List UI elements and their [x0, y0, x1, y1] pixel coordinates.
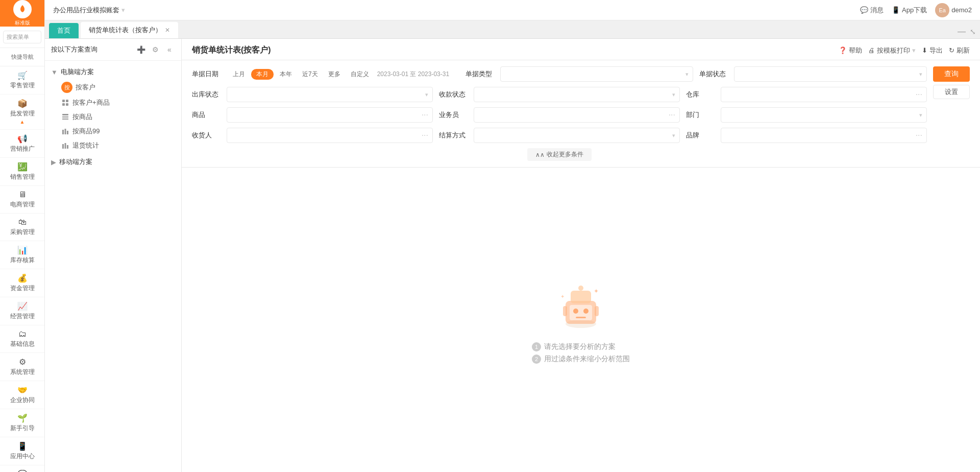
department-select[interactable]: ▾ [721, 107, 927, 123]
empty-hint-1: 1 请先选择要分析的方案 [532, 342, 630, 351]
avatar: Ea [935, 3, 949, 17]
sidebar-item-ecommerce[interactable]: 🖥 电商管理 [0, 186, 44, 214]
sidebar-item-inventory[interactable]: 📊 库存核算 [0, 241, 44, 269]
search-menu-button[interactable]: 搜索菜单 [3, 31, 41, 43]
left-panel-title: 按以下方案查询 [51, 45, 97, 54]
warehouse-input[interactable]: ··· [721, 87, 927, 102]
sidebar-item-finance[interactable]: 💰 资金管理 [0, 269, 44, 297]
receipt-status-select[interactable]: ▾ [474, 87, 680, 102]
order-status-select[interactable]: ▾ [734, 66, 927, 82]
tab-sales-stats[interactable]: 销货单统计表（按客户） ✕ [81, 22, 178, 38]
out-status-select[interactable]: ▾ [227, 87, 433, 102]
sidebar-item-label: 基础信息 [2, 340, 42, 348]
sidebar-item-sales[interactable]: 💹 销售管理 [0, 158, 44, 186]
sidebar-item-retail[interactable]: 🛒 零售管理 [0, 66, 44, 95]
date-custom-btn[interactable]: 自定义 [347, 69, 373, 80]
settings-scheme-button[interactable]: ⚙ [150, 44, 161, 55]
tree-item-by-product99[interactable]: 按商品99 [45, 124, 181, 138]
tab-minimize-icon[interactable]: — [958, 27, 966, 36]
sidebar-item-label: 采购管理 [2, 228, 42, 237]
template-print-label: 按模板打印 [877, 46, 910, 55]
sidebar-item-label: 应用中心 [2, 452, 42, 461]
help-button[interactable]: ❓ 帮助 [839, 46, 862, 55]
warehouse-dots-icon: ··· [916, 90, 922, 99]
return-icon [61, 141, 69, 150]
order-status-arrow-icon: ▾ [919, 71, 922, 78]
svg-rect-10 [67, 131, 68, 134]
svg-point-0 [21, 9, 24, 12]
svg-rect-3 [62, 103, 65, 106]
sidebar-item-appcenter[interactable]: 📱 应用中心 [0, 437, 44, 465]
svg-rect-21 [595, 306, 599, 316]
app-download-button[interactable]: 📱 App下载 [892, 6, 927, 15]
topnav-left: 办公用品行业模拟账套 ▾ [53, 6, 125, 15]
tab-sales-label: 销货单统计表（按客户） [89, 26, 162, 35]
tree-item-by-customer-product[interactable]: 按客户+商品 [45, 96, 181, 110]
user-menu[interactable]: Ea demo2 [935, 3, 972, 17]
message-button[interactable]: 💬 消息 [860, 6, 884, 15]
settlement-label: 结算方式 [439, 131, 470, 140]
collapse-button[interactable]: ∧∧ 收起更多条件 [527, 148, 592, 161]
tree-section-desktop[interactable]: ▼ 电脑端方案 [45, 65, 181, 79]
sidebar-item-operations[interactable]: 📈 经营管理 [0, 297, 44, 325]
refresh-button[interactable]: ↻ 刷新 [949, 46, 970, 55]
tab-expand-icon[interactable]: ⤡ [970, 28, 976, 36]
by-customer-product-label: 按客户+商品 [72, 98, 110, 107]
sidebar-item-purchase[interactable]: 🛍 采购管理 [0, 214, 44, 241]
by-product99-label: 按商品99 [72, 127, 100, 136]
topnav-right: 💬 消息 📱 App下载 Ea demo2 [860, 3, 972, 17]
query-button[interactable]: 查询 [933, 66, 970, 82]
tree-item-by-product[interactable]: 按商品 [45, 110, 181, 124]
marketing-icon: 📢 [2, 134, 42, 144]
order-type-select[interactable]: ▾ [500, 66, 693, 82]
template-print-button[interactable]: 🖨 按模板打印 ▾ [868, 46, 916, 55]
by-customer-label: 按客户 [76, 83, 95, 92]
tree-item-by-customer[interactable]: 按 按客户 [45, 79, 181, 96]
consignee-input[interactable]: ··· [227, 128, 433, 143]
collapse-panel-button[interactable]: « [164, 44, 175, 55]
tab-close-icon[interactable]: ✕ [165, 27, 170, 34]
sidebar-item-label: 库存核算 [2, 256, 42, 265]
sidebar-item-marketing[interactable]: 📢 营销推广 [0, 130, 44, 158]
product-input[interactable]: ··· [227, 107, 433, 123]
filter-row-2: 出库状态 ▾ 收款状态 ▾ [192, 87, 927, 102]
sidebar-item-enterprise[interactable]: 🤝 企业协同 [0, 381, 44, 409]
account-selector[interactable]: 办公用品行业模拟账套 ▾ [53, 6, 125, 15]
sidebar-item-system[interactable]: ⚙ 系统管理 [0, 353, 44, 381]
date-more-btn[interactable]: 更多 [324, 69, 345, 80]
tree-mobile-label: 移动端方案 [59, 157, 92, 167]
add-scheme-button[interactable]: ➕ [135, 44, 146, 55]
left-panel-actions: ➕ ⚙ « [135, 44, 175, 55]
basic-icon: 🗂 [2, 329, 42, 339]
tree-section-mobile[interactable]: ▶ 移动端方案 [45, 155, 181, 169]
tab-home[interactable]: 首页 [49, 23, 79, 38]
sidebar-item-wechat[interactable]: 💬 企业微信 [0, 465, 44, 472]
brand-input[interactable]: ··· [721, 128, 927, 143]
date-prev-month-btn[interactable]: 上月 [229, 69, 249, 80]
settings-button[interactable]: 设置 [933, 85, 970, 99]
svg-rect-8 [62, 130, 64, 134]
export-button[interactable]: ⬇ 导出 [922, 46, 943, 55]
sidebar-item-basic[interactable]: 🗂 基础信息 [0, 325, 44, 353]
receipt-status-label: 收款状态 [439, 90, 470, 99]
brand-dots-icon: ··· [916, 131, 922, 140]
wholesale-icon: 📦 [2, 99, 42, 108]
sidebar-item-label: 资金管理 [2, 284, 42, 293]
date-group: 上月 本月 本年 近7天 更多 自定义 2023-03-01 至 2023-03… [229, 69, 449, 80]
salesperson-input[interactable]: ··· [474, 107, 680, 123]
tree-item-return-stats[interactable]: 退货统计 [45, 138, 181, 153]
right-panel: 销货单统计表(按客户) ❓ 帮助 🖨 按模板打印 ▾ ⬇ 导出 [182, 39, 980, 472]
left-panel: 按以下方案查询 ➕ ⚙ « ▼ 电脑端方案 按 按客户 [45, 39, 182, 472]
sidebar-item-wholesale[interactable]: 📦 批发管理 ▲ [0, 95, 44, 130]
username-label: demo2 [951, 6, 972, 14]
settlement-select[interactable]: ▾ [474, 128, 680, 143]
date-current-month-btn[interactable]: 本月 [251, 69, 274, 80]
page-header: 销货单统计表(按客户) ❓ 帮助 🖨 按模板打印 ▾ ⬇ 导出 [182, 39, 980, 60]
bar-chart-icon [61, 127, 69, 135]
sidebar-item-newuser[interactable]: 🌱 新手引导 [0, 409, 44, 437]
date-year-btn[interactable]: 本年 [276, 69, 296, 80]
date-7days-btn[interactable]: 近7天 [298, 69, 322, 80]
hint-text-1: 请先选择要分析的方案 [544, 342, 616, 351]
export-icon: ⬇ [922, 46, 927, 54]
sidebar: 标准版 搜索菜单 快捷导航 🛒 零售管理 📦 批发管理 ▲ 📢 营销推广 💹 销… [0, 0, 45, 472]
